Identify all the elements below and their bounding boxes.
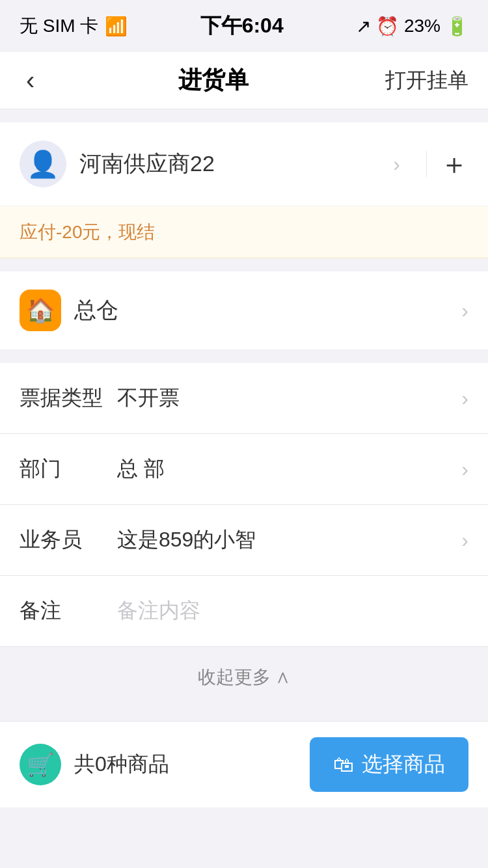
invoice-type-chevron-icon: › (461, 387, 468, 411)
status-bar: 无 SIM 卡 📶 下午6:04 ↗ ⏰ 23% 🔋 (0, 0, 488, 52)
department-label: 部门 (20, 455, 117, 483)
section-divider-2 (0, 258, 488, 271)
status-time: 下午6:04 (200, 12, 284, 40)
warehouse-icon: 🏠 (26, 297, 55, 324)
warehouse-name: 总仓 (74, 295, 461, 325)
select-product-button[interactable]: 🛍 选择商品 (310, 737, 468, 792)
wifi-icon: 📶 (105, 16, 128, 37)
open-hang-button[interactable]: 打开挂单 (385, 66, 468, 95)
person-icon: 👤 (27, 149, 59, 180)
collapse-label[interactable]: 收起更多 ∧ (198, 665, 291, 690)
warehouse-icon-wrap: 🏠 (20, 290, 61, 331)
add-supplier-button[interactable]: ＋ (440, 145, 468, 183)
alarm-icon: ⏰ (376, 16, 399, 37)
product-icon-wrap: 🛒 (20, 744, 61, 785)
remark-placeholder[interactable]: 备注内容 (117, 597, 468, 625)
section-divider-1 (0, 109, 488, 122)
alert-row: 应付-20元，现结 (0, 206, 488, 258)
section-divider-3 (0, 350, 488, 363)
salesperson-chevron-icon: › (461, 528, 468, 552)
invoice-type-row[interactable]: 票据类型 不开票 › (0, 363, 488, 434)
content-area (0, 807, 488, 868)
page-title: 进货单 (178, 64, 249, 96)
remark-label: 备注 (20, 597, 117, 625)
salesperson-value: 这是859的小智 (117, 526, 461, 554)
salesperson-label: 业务员 (20, 526, 117, 554)
select-product-label: 选择商品 (362, 750, 445, 779)
warehouse-chevron-icon: › (461, 299, 468, 323)
product-count: 共0种商品 (74, 750, 310, 779)
form-section: 票据类型 不开票 › 部门 总 部 › 业务员 这是859的小智 › 备注 备注… (0, 363, 488, 647)
select-product-icon: 🛍 (333, 753, 354, 777)
status-right: ↗ ⏰ 23% 🔋 (356, 16, 468, 37)
invoice-type-label: 票据类型 (20, 384, 117, 413)
invoice-type-value: 不开票 (117, 384, 461, 413)
department-chevron-icon: › (461, 457, 468, 481)
collapse-row[interactable]: 收起更多 ∧ (0, 647, 488, 708)
supplier-name: 河南供应商22 (79, 149, 393, 179)
battery-label: 23% (404, 16, 441, 36)
nav-bar: ‹ 进货单 打开挂单 (0, 52, 488, 109)
product-icon: 🛒 (27, 752, 54, 778)
status-left: 无 SIM 卡 📶 (20, 14, 128, 38)
back-button[interactable]: ‹ (20, 59, 41, 102)
supplier-row[interactable]: 👤 河南供应商22 › ＋ (0, 122, 488, 206)
warehouse-row[interactable]: 🏠 总仓 › (0, 271, 488, 350)
section-divider-4 (0, 708, 488, 721)
alert-text: 应付-20元，现结 (20, 222, 155, 242)
department-row[interactable]: 部门 总 部 › (0, 434, 488, 505)
vertical-divider (426, 151, 427, 177)
gps-icon: ↗ (356, 16, 371, 37)
bottom-product-row: 🛒 共0种商品 🛍 选择商品 (0, 721, 488, 807)
battery-icon: 🔋 (446, 16, 468, 37)
remark-row[interactable]: 备注 备注内容 (0, 576, 488, 647)
supplier-chevron-icon: › (393, 152, 400, 176)
supplier-avatar: 👤 (20, 141, 66, 187)
department-value: 总 部 (117, 455, 461, 483)
salesperson-row[interactable]: 业务员 这是859的小智 › (0, 505, 488, 576)
no-sim-label: 无 SIM 卡 (20, 14, 98, 38)
